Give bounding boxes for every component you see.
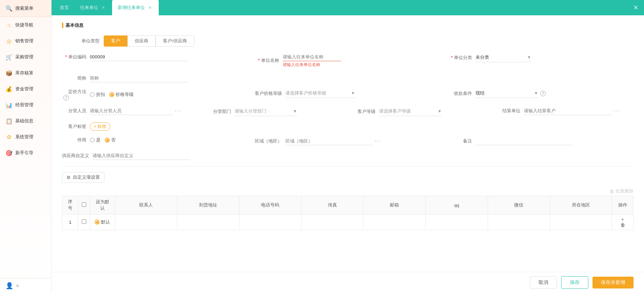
- radio-no[interactable]: 否: [105, 137, 116, 143]
- radio-discount-label: 折扣: [96, 91, 105, 98]
- payment-terms-help-icon[interactable]: ?: [540, 91, 546, 96]
- btn-customer[interactable]: 客户: [104, 35, 127, 47]
- tab-new-contact[interactable]: 新增往来单位 ✕: [112, 0, 159, 15]
- row-checkbox[interactable]: [82, 219, 86, 224]
- unit-type-label: 单位类型: [62, 38, 104, 44]
- customer-tag-label: 客户标签: [62, 123, 90, 130]
- sidebar-operations-label: 经营管理: [15, 102, 33, 108]
- save-button[interactable]: 保存: [561, 276, 588, 289]
- supervisor-input[interactable]: [90, 107, 173, 115]
- tab-contacts[interactable]: 往来单位 ✕: [74, 0, 112, 15]
- customer-level-placeholder: 请选择客户等级: [379, 108, 436, 114]
- purchase-icon: 🛒: [6, 54, 13, 60]
- tab-home[interactable]: 首页: [54, 0, 74, 15]
- sidebar-system-label: 系统管理: [15, 134, 33, 140]
- customer-price-level-select[interactable]: 请选择客户价格等级 ▼: [285, 89, 355, 98]
- radio-no-label: 否: [111, 137, 116, 143]
- section-title-text: 基本信息: [65, 22, 84, 29]
- row-fax: [301, 214, 363, 230]
- custom-settings-button[interactable]: ⚙ 自定义项设置: [62, 172, 104, 182]
- tab-new-contact-close[interactable]: ✕: [147, 5, 153, 11]
- supplier-custom-input[interactable]: [93, 152, 190, 160]
- sidebar-item-finance[interactable]: 💰 资金管理: [0, 81, 51, 97]
- payment-terms-value: 现结: [476, 90, 533, 96]
- field-department: 分管部门 请输入分管部门 ▼: [207, 107, 345, 116]
- row-default-circle: [95, 220, 100, 225]
- field-disabled: 停用 是 否: [62, 137, 248, 143]
- tab-bar: 首页 往来单位 ✕ 新增往来单位 ✕ ✕: [52, 0, 644, 15]
- table-header: 序号 设为默认 联系人 到货地址 电话号码 传真 邮箱 qq 微信 所在地区 操…: [62, 196, 634, 214]
- sidebar-search[interactable]: 🔍 搜索菜单: [0, 0, 51, 17]
- tab-home-label: 首页: [60, 5, 69, 11]
- col-region: 所在地区: [550, 196, 612, 214]
- wechat-input[interactable]: [492, 220, 546, 225]
- sidebar-item-system[interactable]: ⚙ 系统管理: [0, 129, 51, 145]
- row-supervisor: 分管人员 ··· 分管部门 请输入分管部门 ▼ 客户等级 请选择客户: [62, 107, 634, 116]
- region-dots[interactable]: ···: [374, 138, 383, 144]
- customer-level-select[interactable]: 请选择客户等级 ▼: [379, 107, 442, 116]
- tab-contacts-close[interactable]: ✕: [100, 5, 107, 11]
- radio-price-level[interactable]: 价格等级: [109, 91, 134, 98]
- row-default-cell: 默认: [90, 214, 115, 230]
- unit-category-select[interactable]: 未分类 ▼: [476, 53, 531, 62]
- supervisor-dots[interactable]: ···: [173, 108, 183, 114]
- select-all-checkbox[interactable]: [82, 202, 86, 207]
- settlement-dots[interactable]: ···: [612, 108, 621, 114]
- unit-code-input[interactable]: [90, 53, 187, 61]
- sidebar-item-operations[interactable]: 📊 经营管理: [0, 97, 51, 113]
- radio-yes[interactable]: 是: [90, 137, 101, 143]
- radio-discount[interactable]: 折扣: [90, 91, 105, 98]
- table-region-input[interactable]: [553, 220, 608, 225]
- close-all-tabs[interactable]: ✕: [630, 4, 641, 11]
- guide-icon: 🎯: [6, 149, 13, 156]
- save-new-button[interactable]: 保存并新增: [592, 277, 634, 288]
- field-unit-name: 单位名称 请输入往来单位名称: [255, 53, 441, 68]
- unit-name-input[interactable]: [283, 53, 341, 61]
- address-input[interactable]: [181, 220, 235, 225]
- sidebar-item-quick-nav[interactable]: ⌂ 快捷导航: [0, 17, 51, 33]
- pricing-help-icon[interactable]: ?: [63, 95, 69, 100]
- sidebar-item-basic[interactable]: 📋 基础信息: [0, 113, 51, 129]
- settlement-unit-input[interactable]: [524, 107, 612, 115]
- department-select[interactable]: 请输入分管部门 ▼: [235, 107, 297, 116]
- region-input[interactable]: [285, 137, 374, 145]
- field-region: 区域（地区） ···: [255, 137, 441, 145]
- col-email: 邮箱: [363, 196, 425, 214]
- unit-category-label: 单位分类: [448, 55, 476, 61]
- batch-delete-label[interactable]: 批量删除: [615, 188, 634, 194]
- row-delete-button[interactable]: 🗑: [619, 221, 627, 228]
- btn-both[interactable]: 客户/供应商: [156, 35, 194, 47]
- form-area: 基本信息 单位类型 客户 供应商 客户/供应商 单位编码 单位名称: [52, 15, 644, 272]
- finance-icon: 💰: [6, 86, 13, 92]
- field-unit-code: 单位编码: [62, 53, 248, 61]
- cancel-button[interactable]: 取消: [530, 276, 557, 289]
- row-contact: [115, 214, 177, 230]
- remark-label: 备注: [448, 138, 476, 144]
- qq-input[interactable]: [429, 220, 484, 225]
- col-checkbox: [78, 196, 90, 214]
- sidebar-item-guide[interactable]: 🎯 新手引导: [0, 145, 51, 161]
- add-tag-label: + 标签: [94, 123, 107, 130]
- row-supplier-custom: 供应商自定义: [62, 152, 634, 160]
- email-input[interactable]: [367, 220, 422, 225]
- alias-input[interactable]: [90, 74, 187, 82]
- payment-terms-select[interactable]: 现结 ▼: [476, 89, 538, 98]
- phone-input[interactable]: [243, 220, 298, 225]
- btn-supplier[interactable]: 供应商: [127, 35, 156, 47]
- remark-input[interactable]: [476, 137, 573, 145]
- form-footer: 取消 保存 保存并新增: [52, 272, 644, 293]
- col-default: 设为默认: [90, 196, 115, 214]
- customer-level-chevron: ▼: [438, 109, 442, 114]
- form-divider: [62, 166, 634, 166]
- region-input-wrap: ···: [285, 137, 383, 145]
- row-default-radio[interactable]: 默认: [94, 219, 111, 225]
- fax-input[interactable]: [305, 220, 360, 225]
- field-customer-level: 客户等级 请选择客户等级 ▼: [351, 107, 489, 116]
- add-tag-button[interactable]: + 标签: [90, 122, 110, 131]
- customer-level-label: 客户等级: [351, 108, 379, 115]
- sidebar-item-sales[interactable]: ◎ 销售管理: [0, 33, 51, 49]
- sidebar-item-inventory[interactable]: 📦 库存核算: [0, 65, 51, 81]
- table-row: 1 默认: [62, 214, 634, 230]
- contact-input[interactable]: [119, 220, 173, 225]
- sidebar-item-purchase[interactable]: 🛒 采购管理: [0, 49, 51, 65]
